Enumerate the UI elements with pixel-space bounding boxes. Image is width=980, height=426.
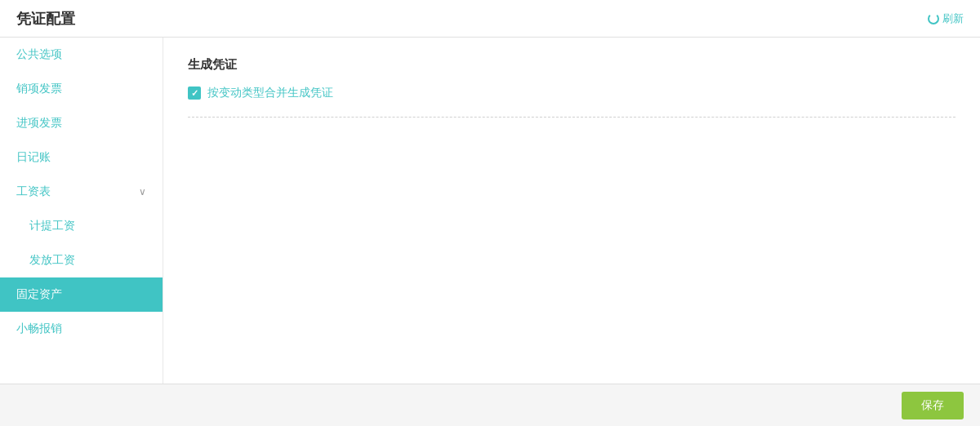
header: 凭证配置 刷新	[0, 0, 980, 38]
footer: 保存	[0, 384, 980, 426]
chevron-down-icon: ∨	[139, 186, 146, 197]
sidebar-item-label: 日记账	[16, 150, 51, 165]
sidebar-item-label: 工资表	[16, 184, 51, 199]
merge-by-type-label: 按变动类型合并生成凭证	[207, 86, 333, 100]
refresh-label: 刷新	[942, 11, 964, 26]
body: 公共选项销项发票进项发票日记账工资表∨计提工资发放工资固定资产小畅报销 生成凭证…	[0, 38, 980, 384]
sidebar-item-label: 销项发票	[16, 82, 62, 96]
save-button[interactable]: 保存	[902, 392, 964, 419]
sidebar-item-label: 发放工资	[29, 253, 75, 268]
sidebar-item-public-options[interactable]: 公共选项	[0, 38, 163, 72]
sidebar-item-accrued-salary[interactable]: 计提工资	[0, 209, 163, 243]
sidebar-item-fixed-assets[interactable]: 固定资产	[0, 277, 163, 312]
sidebar: 公共选项销项发票进项发票日记账工资表∨计提工资发放工资固定资产小畅报销	[0, 38, 163, 384]
sidebar-item-journal[interactable]: 日记账	[0, 140, 163, 175]
checkbox-row: 按变动类型合并生成凭证	[188, 86, 956, 100]
sidebar-item-label: 小畅报销	[16, 322, 62, 336]
merge-by-type-checkbox[interactable]	[188, 87, 201, 100]
sidebar-item-sales-invoice[interactable]: 销项发票	[0, 72, 163, 106]
sidebar-item-label: 公共选项	[16, 47, 62, 62]
sidebar-item-pay-salary[interactable]: 发放工资	[0, 243, 163, 277]
page-wrapper: 凭证配置 刷新 公共选项销项发票进项发票日记账工资表∨计提工资发放工资固定资产小…	[0, 0, 980, 426]
sidebar-item-label: 进项发票	[16, 116, 62, 131]
page-title: 凭证配置	[16, 9, 75, 29]
refresh-button[interactable]: 刷新	[928, 11, 964, 26]
refresh-icon	[928, 13, 939, 24]
sidebar-item-label: 固定资产	[16, 287, 62, 302]
sidebar-item-expense-report[interactable]: 小畅报销	[0, 312, 163, 346]
section-title: 生成凭证	[188, 57, 956, 73]
sidebar-item-payroll-table[interactable]: 工资表∨	[0, 175, 163, 209]
section-divider	[188, 117, 956, 118]
sidebar-item-label: 计提工资	[29, 219, 75, 233]
main-content: 生成凭证 按变动类型合并生成凭证	[163, 38, 980, 384]
sidebar-item-purchase-invoice[interactable]: 进项发票	[0, 106, 163, 140]
